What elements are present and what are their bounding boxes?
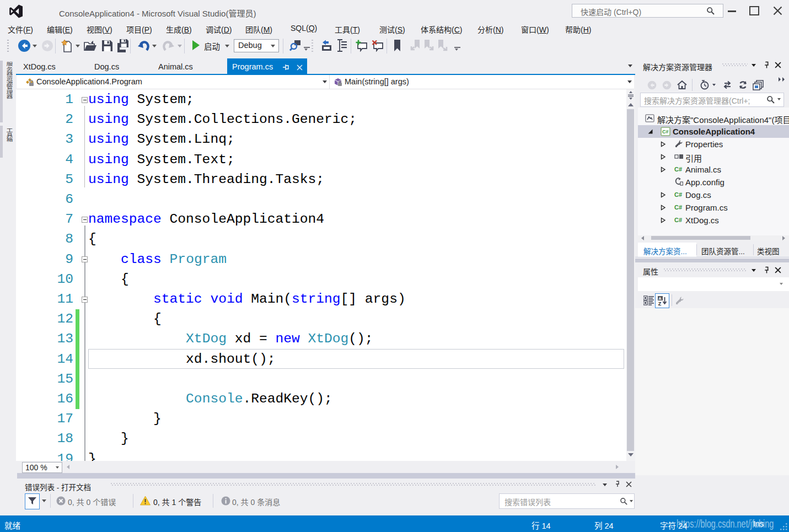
svg-text:C#: C# (662, 129, 669, 135)
svg-text:C#: C# (674, 204, 682, 211)
svg-text:C#: C# (674, 217, 682, 223)
svg-text:C#: C# (674, 166, 682, 173)
svg-text:C#: C# (674, 191, 682, 198)
svg-text:Z: Z (658, 301, 662, 307)
